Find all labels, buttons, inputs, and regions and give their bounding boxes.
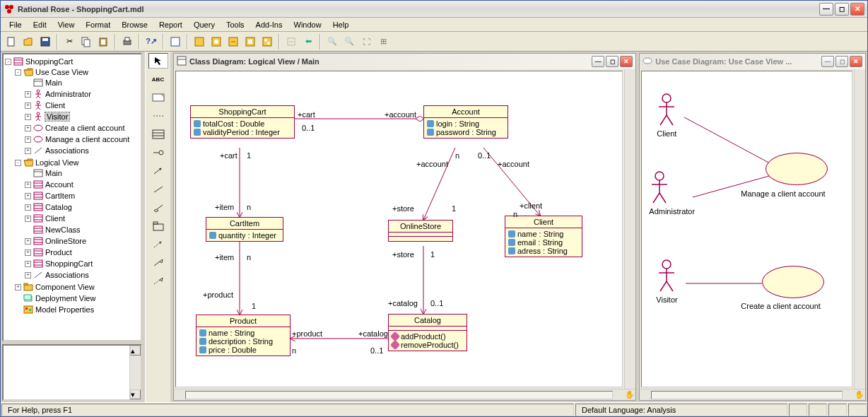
tree-item[interactable]: +Component View: [15, 282, 139, 292]
tree-expander[interactable]: +: [25, 114, 31, 120]
palette-class[interactable]: [148, 127, 168, 142]
new-button[interactable]: [4, 34, 19, 49]
tree-expander[interactable]: +: [25, 216, 31, 222]
documentation-pane[interactable]: ▴ ▾: [2, 344, 142, 401]
uc-scrollbar-h[interactable]: ✋: [640, 389, 865, 400]
uc-minimize-button[interactable]: —: [821, 56, 834, 67]
tree-expander[interactable]: +: [25, 238, 31, 245]
tree-expander[interactable]: +: [25, 125, 31, 131]
tree-item[interactable]: +Account: [25, 180, 139, 189]
fit-window-button[interactable]: ⛶: [358, 34, 374, 49]
save-button[interactable]: [37, 34, 53, 49]
tree-expander[interactable]: +: [15, 284, 21, 290]
class-cartitem[interactable]: CartItem quantity : Integer: [206, 217, 283, 242]
tree-item[interactable]: +Product: [25, 247, 139, 257]
tree-item[interactable]: +Client: [25, 100, 139, 110]
zoom-out-button[interactable]: 🔍: [341, 34, 357, 49]
menu-report[interactable]: Report: [153, 19, 188, 30]
menu-tools[interactable]: Tools: [221, 19, 250, 30]
class-account[interactable]: Account login : String password : String: [423, 105, 508, 139]
zoom-in-button[interactable]: 🔍: [324, 34, 340, 49]
tree-expander[interactable]: +: [25, 148, 31, 154]
uc-maximize-button[interactable]: ◻: [835, 56, 848, 67]
tree-item[interactable]: +Visitor: [25, 112, 139, 122]
cut-button[interactable]: ✂: [61, 34, 77, 49]
palette-package[interactable]: [148, 218, 168, 234]
cd-minimize-button[interactable]: —: [592, 56, 604, 67]
cd-scrollbar-v[interactable]: [624, 69, 635, 389]
menu-format[interactable]: Format: [80, 19, 116, 30]
tree-item[interactable]: +ShoppingCart: [25, 259, 139, 269]
tree-item[interactable]: Main: [25, 78, 139, 88]
tree-item[interactable]: +Associations: [25, 146, 139, 155]
tree-item[interactable]: -ShoppingCart: [5, 57, 139, 66]
copy-button[interactable]: [78, 34, 94, 49]
tb-btn-2[interactable]: [209, 34, 224, 49]
tree-expander[interactable]: +: [25, 272, 31, 278]
class-diagram-canvas[interactable]: ShoppingCart totalCost : Double validity…: [175, 71, 623, 387]
palette-interface[interactable]: [148, 145, 168, 160]
tree-item[interactable]: +Administrator: [25, 89, 139, 99]
palette-realize[interactable]: [148, 274, 168, 289]
palette-pointer[interactable]: [148, 53, 168, 69]
tb-btn-5[interactable]: [259, 34, 275, 49]
usecase-create[interactable]: [762, 266, 824, 298]
menu-help[interactable]: Help: [327, 19, 355, 30]
tree-expander[interactable]: +: [25, 204, 31, 211]
tree-expander[interactable]: +: [25, 193, 31, 199]
actor-visitor[interactable]: Visitor: [656, 259, 677, 304]
tree-expander[interactable]: -: [15, 160, 21, 166]
usecase-diagram-titlebar[interactable]: Use Case Diagram: Use Case View ... — ◻ …: [640, 54, 865, 69]
class-onlinestore[interactable]: OnlineStore: [388, 220, 453, 242]
cd-scrollbar-h[interactable]: ✋: [174, 389, 635, 400]
palette-dependency[interactable]: [148, 237, 168, 252]
tree-item[interactable]: +Create a client account: [25, 123, 139, 133]
menu-addins[interactable]: Add-Ins: [250, 19, 288, 30]
open-button[interactable]: [20, 34, 36, 49]
browse-class-button[interactable]: [168, 34, 183, 49]
tree-item[interactable]: Model Properties: [15, 305, 139, 315]
palette-assoc[interactable]: [148, 182, 168, 197]
tb-btn-7[interactable]: ⊞: [375, 34, 391, 49]
class-product[interactable]: Product name : String description : Stri…: [196, 315, 291, 356]
cd-maximize-button[interactable]: ◻: [606, 56, 618, 67]
tree-item[interactable]: Deployment View: [15, 293, 139, 303]
menu-window[interactable]: Window: [288, 19, 327, 30]
tree-item[interactable]: NewClass: [25, 225, 139, 235]
uc-close-button[interactable]: ✕: [850, 56, 862, 67]
tree-item[interactable]: +Manage a client account: [25, 134, 139, 144]
tree-expander[interactable]: -: [5, 59, 11, 65]
tree-expander[interactable]: +: [25, 102, 31, 109]
tree-item[interactable]: +Client: [25, 213, 139, 223]
palette-aggregation[interactable]: [148, 200, 168, 216]
print-button[interactable]: [119, 34, 135, 49]
palette-generalization[interactable]: [148, 255, 168, 271]
menu-browse[interactable]: Browse: [116, 19, 153, 30]
tree-item[interactable]: +CartItem: [25, 191, 139, 201]
palette-uni-assoc[interactable]: [148, 163, 168, 179]
class-diagram-titlebar[interactable]: Class Diagram: Logical View / Main — ◻ ✕: [174, 54, 635, 69]
usecase-diagram-canvas[interactable]: Client Administrator Visitor Manage a cl…: [641, 71, 852, 387]
tb-btn-4[interactable]: [242, 34, 258, 49]
palette-note[interactable]: [148, 90, 168, 105]
menu-edit[interactable]: Edit: [28, 19, 52, 30]
tree-item[interactable]: -Logical View: [15, 158, 139, 168]
doc-scrollbar[interactable]: ▴ ▾: [129, 346, 141, 399]
actor-administrator[interactable]: Administrator: [649, 170, 695, 216]
tree-expander[interactable]: +: [25, 261, 31, 267]
tree-expander[interactable]: +: [25, 182, 31, 188]
class-catalog[interactable]: Catalog addProduct() removeProduct(): [388, 314, 467, 351]
minimize-button[interactable]: —: [819, 3, 833, 16]
tree-expander[interactable]: +: [25, 91, 31, 98]
actor-client[interactable]: Client: [656, 93, 677, 138]
tb-btn-1[interactable]: [192, 34, 207, 49]
class-client[interactable]: Client name : String email : String adre…: [505, 216, 582, 257]
tree-item[interactable]: +OnlineStore: [25, 236, 139, 246]
maximize-button[interactable]: ◻: [835, 3, 849, 16]
usecase-manage[interactable]: [766, 153, 828, 185]
menu-query[interactable]: Query: [188, 19, 221, 30]
help-icon-button[interactable]: ?↗: [143, 34, 159, 49]
paste-button[interactable]: [95, 34, 111, 49]
model-tree[interactable]: -ShoppingCart-Use Case ViewMain+Administ…: [2, 53, 142, 341]
tb-btn-3[interactable]: [225, 34, 241, 49]
